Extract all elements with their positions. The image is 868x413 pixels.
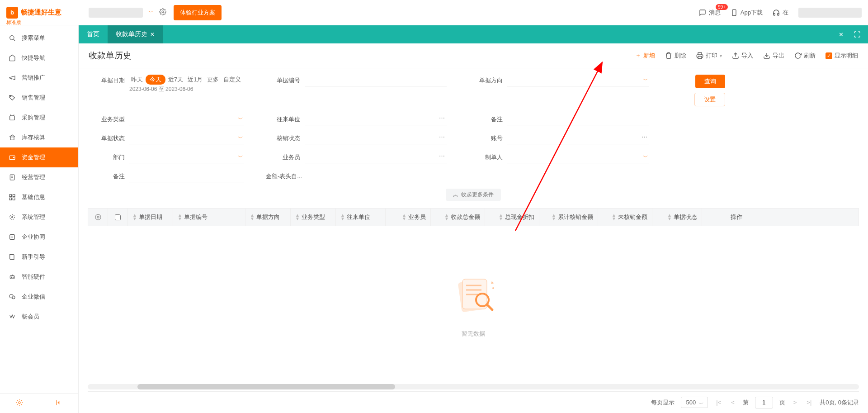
- direction-select[interactable]: [507, 75, 649, 86]
- export-button[interactable]: 导出: [763, 52, 784, 60]
- date-opt[interactable]: 昨天: [129, 75, 145, 85]
- scroll-thumb[interactable]: [137, 384, 395, 389]
- sidebar-item-9[interactable]: 系统管理: [0, 207, 78, 227]
- date-opt[interactable]: 近1月: [186, 75, 204, 85]
- chat-icon: [699, 9, 706, 16]
- tab-receipt-history[interactable]: 收款单历史 ✕: [108, 25, 163, 43]
- print-button[interactable]: 打印▾: [696, 52, 722, 60]
- sidebar-item-10[interactable]: 企业协同: [0, 227, 78, 247]
- sidebar-item-14[interactable]: 畅会员: [0, 307, 78, 327]
- sidebar-item-6[interactable]: 资金管理: [0, 147, 78, 167]
- col-header[interactable]: ▲▼累计核销金额: [539, 209, 598, 226]
- sidebar-item-13[interactable]: 企业微信: [0, 287, 78, 307]
- settings-icon[interactable]: [16, 399, 23, 408]
- more-icon[interactable]: ⋯: [439, 133, 446, 140]
- clerk-input[interactable]: [305, 152, 447, 163]
- remark-input[interactable]: [507, 114, 649, 125]
- page: 收款单历史 ＋新增 删除 打印▾ 导入 导出 刷新 ✓显示明细 单据日期: [79, 43, 868, 413]
- maker-select[interactable]: [507, 152, 649, 163]
- dept-select[interactable]: [129, 152, 244, 163]
- col-header[interactable]: ▲▼业务类型: [291, 209, 336, 226]
- date-opt[interactable]: 近7天: [166, 75, 185, 85]
- col-label: 累计核销金额: [558, 213, 593, 221]
- col-header[interactable]: ▲▼未核销金额: [598, 209, 652, 226]
- sidebar-item-3[interactable]: 销售管理: [0, 88, 78, 108]
- sidebar-item-label: 系统管理: [22, 213, 45, 221]
- fullscreen-icon[interactable]: [851, 28, 863, 41]
- date-opt[interactable]: 更多: [205, 75, 221, 85]
- biztype-select[interactable]: [129, 114, 244, 125]
- filter-direction-label: 单据方向: [468, 75, 503, 86]
- app-download-link[interactable]: App下载: [731, 9, 763, 17]
- doc-icon: [8, 173, 16, 181]
- column-settings-icon[interactable]: [88, 209, 108, 226]
- more-icon[interactable]: ⋯: [439, 152, 446, 159]
- horizontal-scrollbar[interactable]: [88, 384, 859, 389]
- sidebar-item-label: 基础信息: [22, 193, 45, 201]
- date-opt[interactable]: 自定义: [222, 75, 243, 85]
- page-input[interactable]: [755, 397, 773, 408]
- col-header[interactable]: ▲▼单据编号: [173, 209, 245, 226]
- close-tab-icon[interactable]: ✕: [150, 31, 155, 38]
- filter-dept-label: 部门: [90, 152, 125, 163]
- try-industry-button[interactable]: 体验行业方案: [174, 5, 222, 20]
- chevron-down-icon: ﹀: [148, 9, 154, 16]
- query-button[interactable]: 查询: [695, 75, 725, 88]
- partner-input[interactable]: [305, 114, 447, 125]
- date-range-options[interactable]: 昨天今天近7天近1月更多自定义: [129, 75, 244, 85]
- sidebar-item-1[interactable]: 快捷导航: [0, 48, 78, 68]
- show-detail-toggle[interactable]: ✓显示明细: [826, 52, 858, 60]
- online-status[interactable]: 在: [773, 9, 788, 17]
- filter-status-label: 单据状态: [90, 133, 125, 144]
- prev-page-button[interactable]: <: [729, 399, 736, 406]
- tab-home[interactable]: 首页: [79, 25, 108, 43]
- collapse-sidebar-icon[interactable]: [55, 399, 62, 408]
- filter-remark2-label: 备注: [90, 171, 125, 182]
- col-header[interactable]: 操作: [702, 209, 747, 226]
- sidebar-item-4[interactable]: 采购管理: [0, 108, 78, 128]
- sidebar-item-2[interactable]: 营销推广: [0, 68, 78, 88]
- more-icon[interactable]: ⋯: [642, 133, 648, 140]
- page-summary: 共0页, 0条记录: [820, 399, 859, 407]
- sidebar-item-8[interactable]: 基础信息: [0, 187, 78, 207]
- per-page-select[interactable]: 500﹀: [681, 397, 708, 408]
- table-header: ▲▼单据日期▲▼单据编号▲▼单据方向▲▼业务类型▲▼往来单位▲▼业务员▲▼收款总…: [88, 208, 859, 226]
- svg-point-9: [13, 157, 14, 158]
- last-page-button[interactable]: >|: [805, 399, 813, 406]
- messages-link[interactable]: 消息 99+: [699, 9, 721, 17]
- col-header[interactable]: ▲▼往来单位: [336, 209, 386, 226]
- sidebar-item-12[interactable]: 智能硬件: [0, 267, 78, 287]
- delete-button[interactable]: 删除: [665, 52, 686, 60]
- doc-no-input[interactable]: [305, 75, 447, 86]
- refresh-button[interactable]: 刷新: [794, 52, 816, 60]
- close-all-tabs-icon[interactable]: ✕: [835, 28, 847, 41]
- col-header[interactable]: ▲▼单据状态: [652, 209, 702, 226]
- checkbox[interactable]: [115, 214, 121, 220]
- col-header[interactable]: ▲▼单据日期: [128, 209, 173, 226]
- collapse-filters-button[interactable]: ︽收起更多条件: [446, 189, 501, 201]
- more-icon[interactable]: ⋯: [439, 114, 446, 121]
- next-page-button[interactable]: >: [792, 399, 799, 406]
- writeoff-input[interactable]: [305, 133, 447, 144]
- sidebar-item-0[interactable]: 搜索菜单: [0, 28, 78, 48]
- import-button[interactable]: 导入: [732, 52, 753, 60]
- add-button[interactable]: ＋新增: [635, 52, 655, 60]
- org-selector[interactable]: ﹀: [89, 8, 166, 18]
- filter-doc-no-label: 单据编号: [266, 75, 300, 86]
- sidebar-item-11[interactable]: 新手引导: [0, 247, 78, 267]
- sidebar-item-7[interactable]: 经营管理: [0, 167, 78, 187]
- remark2-input[interactable]: [129, 171, 244, 182]
- col-header[interactable]: ▲▼总现金折扣: [485, 209, 539, 226]
- first-page-button[interactable]: |<: [714, 399, 723, 406]
- filter-writeoff-label: 核销状态: [266, 133, 300, 144]
- col-header[interactable]: ▲▼单据方向: [245, 209, 291, 226]
- account-input[interactable]: [507, 133, 649, 144]
- status-select[interactable]: [129, 133, 244, 144]
- sidebar-item-5[interactable]: 库存核算: [0, 128, 78, 147]
- col-header[interactable]: ▲▼收款总金额: [431, 209, 485, 226]
- col-header[interactable]: ▲▼业务员: [386, 209, 431, 226]
- settings-button[interactable]: 设置: [694, 93, 725, 106]
- select-all-checkbox[interactable]: [108, 209, 128, 226]
- date-opt[interactable]: 今天: [146, 75, 165, 85]
- gear-icon[interactable]: [159, 8, 166, 17]
